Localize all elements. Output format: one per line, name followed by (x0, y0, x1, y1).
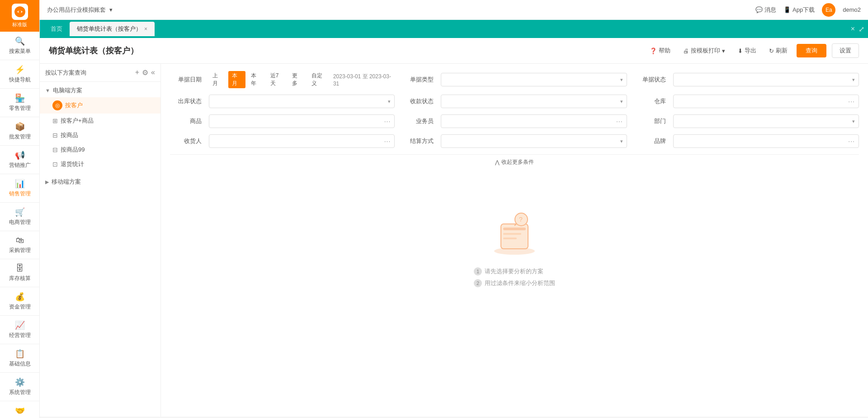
message-button[interactable]: 💬 消息 (755, 6, 776, 14)
print-button[interactable]: 🖨 按模板打印 ▾ (679, 45, 729, 57)
warehouse-dots-icon: ··· (848, 98, 855, 105)
sidebar-item-sales[interactable]: 📊 销售管理 (0, 174, 40, 203)
salesperson-dots-icon: ··· (616, 118, 623, 125)
inventory-icon: 🗄 (16, 264, 24, 273)
scheme-settings-icon[interactable]: ⚙ (142, 68, 148, 77)
export-icon: ⬇ (738, 48, 743, 54)
top-header-left: 办公用品行业模拟账套 ▾ (47, 6, 113, 14)
sidebar-item-ecommerce-label: 电商管理 (9, 218, 31, 226)
sidebar-item-ecommerce[interactable]: 🛒 电商管理 (0, 203, 40, 231)
tab-minimize-icon[interactable]: × (851, 25, 855, 33)
empty-tip-1: 1 请先选择要分析的方案 (474, 267, 555, 276)
date-tab-this-month[interactable]: 本月 (228, 71, 246, 88)
payment-status-select[interactable]: ▾ (441, 95, 627, 108)
product-select[interactable]: ··· (209, 114, 395, 128)
sidebar-item-retail[interactable]: 🏪 零售管理 (0, 89, 40, 117)
help-label: 帮助 (659, 47, 670, 55)
refresh-icon: ↻ (769, 48, 774, 54)
scheme-item-by-customer[interactable]: ◎ 按客户 (40, 97, 160, 114)
receiver-select[interactable]: ··· (209, 134, 395, 148)
tip-num-2: 2 (474, 279, 482, 287)
tip-text-2: 用过滤条件来缩小分析范围 (485, 279, 555, 287)
sidebar-item-ops-label: 经营管理 (9, 332, 31, 339)
group-expand-arrow: ▼ (45, 88, 50, 93)
sidebar-item-basic-label: 基础信息 (9, 360, 31, 368)
tab-close-icon[interactable]: × (144, 26, 147, 32)
order-status-select[interactable]: ▾ (673, 73, 859, 86)
payment-status-arrow-icon: ▾ (620, 99, 623, 104)
sidebar-item-basic[interactable]: 📋 基础信息 (0, 344, 40, 373)
scheme-collapse-icon[interactable]: « (151, 68, 155, 77)
sidebar-item-inventory[interactable]: 🗄 库存核算 (0, 259, 40, 287)
scheme-add-icon[interactable]: + (135, 68, 139, 77)
page-title: 销货单统计表（按客户） (49, 45, 138, 56)
date-tab-more[interactable]: 更多 (288, 71, 306, 88)
app-download-button[interactable]: 📱 App下载 (783, 6, 815, 14)
department-select[interactable]: ▾ (673, 114, 859, 128)
title-dropdown-icon[interactable]: ▾ (109, 6, 113, 13)
sidebar-item-quicknav[interactable]: ⚡ 快捷导航 (0, 60, 40, 89)
sidebar-item-purchase[interactable]: 🛍 采购管理 (0, 231, 40, 259)
message-label: 消息 (764, 6, 776, 14)
export-label: 导出 (745, 47, 756, 55)
salesperson-select[interactable]: ··· (441, 114, 627, 128)
collapse-up-icon: ⋀ (495, 159, 500, 166)
brand-label: 品牌 (634, 137, 666, 145)
cooperation-icon: 🤝 (15, 406, 25, 416)
tab-maximize-icon[interactable]: ⤢ (859, 25, 864, 33)
department-arrow-icon: ▾ (852, 119, 855, 124)
export-button[interactable]: ⬇ 导出 (734, 45, 760, 57)
order-type-select[interactable]: ▾ (441, 73, 627, 86)
warehouse-select[interactable]: ··· (673, 95, 859, 108)
sidebar-item-finance[interactable]: 💰 资金管理 (0, 287, 40, 316)
logo-text: 标准版 (12, 21, 27, 28)
tab-active[interactable]: 销货单统计表（按客户） × (70, 22, 155, 36)
collapse-bar[interactable]: ⋀ 收起更多条件 (170, 154, 859, 170)
date-tab-last-month[interactable]: 上月 (209, 71, 226, 88)
app-download-label: App下载 (793, 6, 815, 14)
print-arrow-icon: ▾ (722, 48, 725, 54)
scheme-item-by-product[interactable]: ⊟ 按商品 (40, 128, 160, 142)
settings-button[interactable]: 设置 (832, 43, 859, 58)
ship-status-select[interactable]: ▾ (209, 95, 395, 108)
scheme-item-by-product-99[interactable]: ⊟ 按商品99 (40, 142, 160, 157)
user-avatar[interactable]: Ea (822, 3, 835, 17)
tab-home[interactable]: 首页 (43, 22, 70, 36)
payment-method-select[interactable]: ▾ (441, 134, 627, 148)
filter-panel: 单据日期 上月 本月 本年 近7天 更多 自定义 2023-03-01 至 20… (161, 64, 868, 417)
sidebar-item-cooperation[interactable]: 🤝 企业协同 (0, 401, 40, 418)
sidebar-item-ops[interactable]: 📈 经营管理 (0, 316, 40, 344)
main-area: 办公用品行业模拟账套 ▾ 💬 消息 📱 App下载 Ea demo2 首页 销货… (40, 0, 868, 418)
scheme-group-desktop-header[interactable]: ▼ 电脑端方案 (40, 84, 160, 97)
user-name: demo2 (843, 6, 861, 13)
scheme-item-icon-4: ⊡ (52, 161, 58, 168)
sidebar-item-wholesale[interactable]: 📦 批发管理 (0, 117, 40, 146)
svg-rect-6 (503, 238, 517, 239)
sidebar-logo: 标准版 (0, 0, 40, 32)
help-icon: ❓ (650, 48, 657, 54)
date-tab-this-year[interactable]: 本年 (247, 71, 265, 88)
help-button[interactable]: ❓ 帮助 (646, 45, 674, 57)
search-button[interactable]: 查询 (797, 44, 826, 57)
sidebar-item-retail-label: 零售管理 (9, 104, 31, 112)
order-type-label: 单据类型 (402, 76, 434, 84)
empty-tip-2: 2 用过滤条件来缩小分析范围 (474, 279, 555, 287)
brand-select[interactable]: ··· (673, 134, 859, 148)
refresh-button[interactable]: ↻ 刷新 (765, 45, 791, 57)
sidebar-item-search[interactable]: 🔍 搜索菜单 (0, 32, 40, 60)
collapse-label: 收起更多条件 (501, 158, 534, 166)
filter-row-date: 单据日期 上月 本月 本年 近7天 更多 自定义 2023-03-01 至 20… (170, 71, 859, 88)
scheme-item-by-customer-product[interactable]: ⊞ 按客户+商品 (40, 114, 160, 128)
scheme-group-mobile-header[interactable]: ▶ 移动端方案 (40, 175, 160, 189)
date-tab-custom[interactable]: 自定义 (308, 71, 330, 88)
sidebar-item-marketing[interactable]: 📢 营销推广 (0, 146, 40, 174)
scheme-item-by-customer-label: 按客户 (65, 101, 83, 109)
sidebar-item-system[interactable]: ⚙️ 系统管理 (0, 373, 40, 401)
scheme-item-return-stats-label: 退货统计 (61, 160, 84, 168)
tip-text-1: 请先选择要分析的方案 (485, 267, 543, 276)
scheme-item-return-stats[interactable]: ⊡ 退货统计 (40, 157, 160, 171)
wholesale-icon: 📦 (15, 122, 25, 132)
date-tab-7days[interactable]: 近7天 (267, 71, 287, 88)
scheme-panel-actions: + ⚙ « (135, 68, 155, 77)
page-actions: ❓ 帮助 🖨 按模板打印 ▾ ⬇ 导出 ↻ 刷新 查询 设置 (646, 43, 859, 58)
